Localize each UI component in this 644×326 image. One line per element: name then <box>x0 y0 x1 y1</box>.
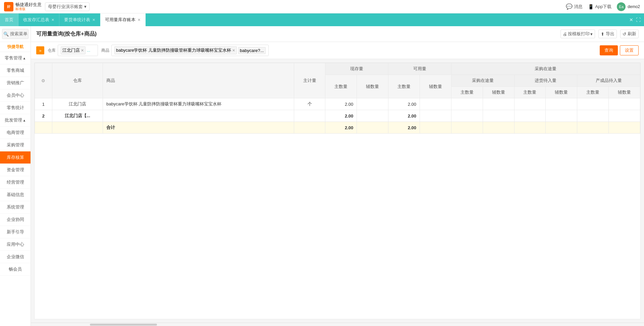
col-purchase-transit: 采购在途量 <box>451 75 514 87</box>
export-icon: ⬆ <box>601 32 604 37</box>
sidebar-item-purchase[interactable]: 采购管理 <box>0 139 31 151</box>
warehouse-input[interactable]: 江北门店 ✕ ... <box>58 45 98 56</box>
warehouse-tag: 江北门店 ✕ <box>61 46 86 54</box>
summary-row: 合计 2.00 2.00 <box>35 122 640 134</box>
nav-tabs: 首页 收发存汇总表 ✕ 要货单统计表 ✕ 可用量库存账本 ✕ ✕ ⛶ <box>0 13 644 26</box>
sidebar-item-enterprise-wechat[interactable]: 企业微信 <box>0 251 31 263</box>
sidebar-item-ecommerce[interactable]: 电商管理 <box>0 127 31 139</box>
username: demo2 <box>628 4 640 9</box>
top-bar-left: 好 畅捷通好生意 标准版 母婴行业演示账套 ▾ <box>4 2 90 11</box>
main-layout: 🔍 搜索菜单 快捷导航 零售管理 ▲ 零售商城 营销推广 会员中心 零售统计 批… <box>0 26 644 326</box>
search-icon: 🔍 <box>3 32 9 37</box>
sidebar-item-basic-info[interactable]: 基础信息 <box>0 189 31 201</box>
sidebar-item-new-guide[interactable]: 新手引导 <box>0 226 31 238</box>
col-current-main: 主数量 <box>325 75 357 98</box>
chevron-down-icon: ▾ <box>84 4 87 9</box>
app-icon: 📱 <box>588 4 594 9</box>
col-purchase-main: 主数量 <box>451 87 483 98</box>
product-filter: 商品 babycare学饮杯 儿童防摔防撞吸管杯重力球吸嘴杯宝宝水杯 ✕ bab… <box>101 45 269 56</box>
sidebar-search: 🔍 搜索菜单 <box>0 26 31 42</box>
chevron-right-icon: » <box>39 48 41 53</box>
sidebar-item-wholesale[interactable]: 批发管理 ▲ <box>0 114 31 127</box>
logo-icon: 好 <box>4 2 13 11</box>
sidebar-item-finance[interactable]: 资金管理 <box>0 164 31 176</box>
printer-icon: 🖨 <box>563 32 567 37</box>
table-row: 1 江北门店 babycare学饮杯 儿童防摔防撞吸管杯重力球吸嘴杯宝宝水杯 个… <box>35 98 640 110</box>
sidebar-item-member[interactable]: 会员中心 <box>0 89 31 102</box>
tab-home[interactable]: 首页 <box>0 13 18 26</box>
product-tag-2: babycare?... <box>238 47 266 54</box>
filter-toggle[interactable]: » <box>36 46 44 54</box>
logo-area: 好 畅捷通好生意 标准版 <box>4 2 42 11</box>
col-finished-aux: 辅数量 <box>609 87 640 98</box>
warehouse-label: 仓库 <box>48 48 56 53</box>
sidebar-item-retail-mgmt[interactable]: 零售管理 ▲ <box>0 52 31 64</box>
nav-tabs-wrapper: 首页 收发存汇总表 ✕ 要货单统计表 ✕ 可用量库存账本 ✕ ✕ ⛶ <box>0 13 644 26</box>
col-warehouse: 仓库 <box>52 63 103 98</box>
sidebar-item-enterprise-collab[interactable]: 企业协同 <box>0 214 31 226</box>
refresh-icon: ↺ <box>623 32 626 37</box>
sidebar-nav-label[interactable]: 快捷导航 <box>0 42 31 52</box>
logo-text: 畅捷通好生意 标准版 <box>15 2 42 11</box>
remove-product-tag-1[interactable]: ✕ <box>232 48 235 53</box>
tab-summary[interactable]: 收发存汇总表 ✕ <box>18 13 59 26</box>
nav-close-icon[interactable]: ✕ <box>629 17 633 22</box>
sidebar-item-app-center[interactable]: 应用中心 <box>0 238 31 251</box>
export-btn[interactable]: ⬆ 导出 <box>598 30 617 38</box>
close-tab-order-stat[interactable]: ✕ <box>92 18 95 22</box>
table-row: 2 江北门店【... 2.00 2.00 <box>35 110 640 122</box>
chevron-icon2: ▲ <box>23 119 26 122</box>
remove-warehouse-tag[interactable]: ✕ <box>81 48 84 53</box>
nav-expand-icon[interactable]: ⛶ <box>636 17 641 22</box>
sidebar-item-retail-mall[interactable]: 零售商城 <box>0 64 31 77</box>
sidebar-item-marketing[interactable]: 营销推广 <box>0 77 31 89</box>
col-current-stock: 现存量 <box>325 63 388 75</box>
chevron-icon: ▲ <box>23 56 26 60</box>
sidebar-item-inventory[interactable]: 库存核算 <box>0 151 31 164</box>
print-template-btn[interactable]: 🖨 按模板打印 ▾ <box>560 30 595 38</box>
avatar: Ea <box>617 2 626 11</box>
user-area[interactable]: Ea demo2 <box>617 2 640 11</box>
action-btns: 查询 设置 <box>600 45 639 55</box>
page-header: 可用量查询(按仓库+商品) 🖨 按模板打印 ▾ ⬆ 导出 ↺ 刷新 <box>31 26 644 42</box>
warehouse-more[interactable]: ... <box>87 48 90 53</box>
col-avail-aux: 辅数量 <box>420 75 451 98</box>
product-tag-1: babycare学饮杯 儿童防摔防撞吸管杯重力球吸嘴杯宝宝水杯 ✕ <box>114 46 237 54</box>
query-button[interactable]: 查询 <box>600 45 618 55</box>
product-label: 商品 <box>101 48 109 53</box>
dropdown-arrow: ▾ <box>590 32 593 37</box>
table-area: ⚙ 仓库 商品 主计量 现存量 可用量 采购在途量 主数量 辅数量 主数量 辅数… <box>34 62 641 319</box>
scrollbar-area <box>31 323 644 326</box>
settings-icon[interactable]: ⚙ <box>41 78 45 83</box>
message-action[interactable]: 💬 消息 <box>566 3 583 10</box>
refresh-btn[interactable]: ↺ 刷新 <box>620 30 639 38</box>
nav-tabs-right: ✕ ⛶ <box>629 13 644 26</box>
top-bar: 好 畅捷通好生意 标准版 母婴行业演示账套 ▾ 💬 消息 📱 App下载 Ea … <box>0 0 644 13</box>
tab-available-inventory[interactable]: 可用量库存账本 ✕ <box>100 13 146 26</box>
sidebar-item-retail-stats[interactable]: 零售统计 <box>0 102 31 114</box>
settings-button[interactable]: 设置 <box>620 45 639 55</box>
warehouse-filter: 仓库 江北门店 ✕ ... <box>48 45 98 56</box>
sidebar: 🔍 搜索菜单 快捷导航 零售管理 ▲ 零售商城 营销推广 会员中心 零售统计 批… <box>0 26 31 326</box>
sidebar-search-btn[interactable]: 🔍 搜索菜单 <box>2 29 29 39</box>
col-avail-main: 主数量 <box>388 75 420 98</box>
tab-order-stat[interactable]: 要货单统计表 ✕ <box>59 13 100 26</box>
col-product: 商品 <box>103 63 294 98</box>
filter-bar: » 仓库 江北门店 ✕ ... 商品 babycare学饮杯 儿童防摔防撞吸管杯… <box>31 42 644 59</box>
col-settings[interactable]: ⚙ <box>35 63 52 98</box>
col-unit: 主计量 <box>294 63 325 98</box>
sidebar-item-operations[interactable]: 经营管理 <box>0 176 31 189</box>
close-tab-available-inventory[interactable]: ✕ <box>138 18 141 22</box>
close-tab-summary[interactable]: ✕ <box>51 18 54 22</box>
product-input[interactable]: babycare学饮杯 儿童防摔防撞吸管杯重力球吸嘴杯宝宝水杯 ✕ babyca… <box>111 45 269 56</box>
col-finished-main: 主数量 <box>577 87 609 98</box>
sidebar-item-member2[interactable]: 畅会员 <box>0 263 31 276</box>
page-actions: 🖨 按模板打印 ▾ ⬆ 导出 ↺ 刷新 <box>560 30 639 38</box>
col-incoming-pending: 进货待入量 <box>514 75 577 87</box>
h-scrollbar[interactable] <box>90 324 157 326</box>
data-table: ⚙ 仓库 商品 主计量 现存量 可用量 采购在途量 主数量 辅数量 主数量 辅数… <box>35 63 640 134</box>
sidebar-item-system[interactable]: 系统管理 <box>0 201 31 214</box>
page-title: 可用量查询(按仓库+商品) <box>36 31 97 38</box>
app-download-action[interactable]: 📱 App下载 <box>588 4 611 10</box>
industry-selector[interactable]: 母婴行业演示账套 ▾ <box>45 2 90 11</box>
